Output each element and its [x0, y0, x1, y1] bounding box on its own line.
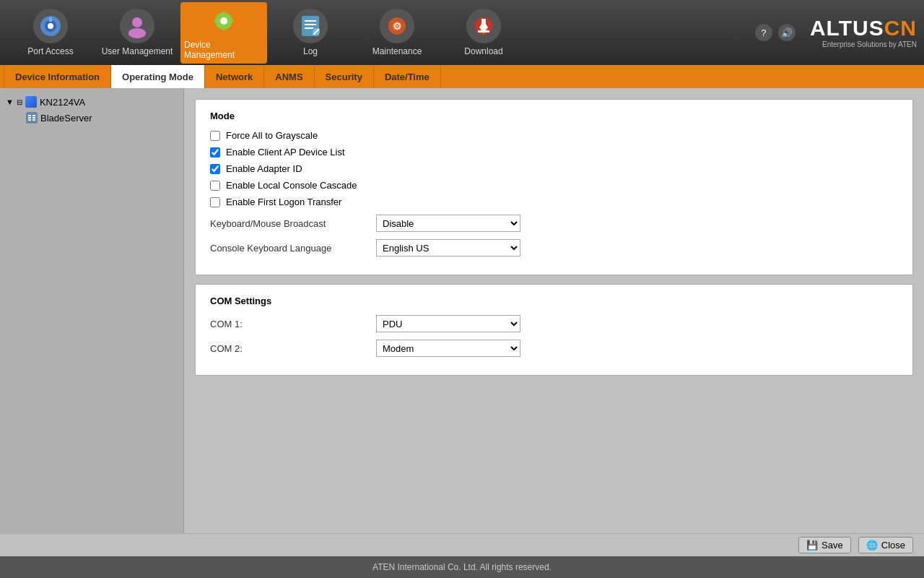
tree-item-bladeserver[interactable]: BladeServer	[0, 110, 183, 126]
com-panel: COM Settings COM 1: PDU Modem Console Ma…	[195, 284, 913, 376]
checkbox-row-first-logon: Enable First Logon Transfer	[210, 197, 898, 207]
console-keyboard-row: Console Keyboard Language English US Fre…	[210, 239, 898, 256]
checkbox-enable-adapter-id[interactable]	[210, 164, 220, 174]
svg-rect-13	[305, 20, 316, 22]
device-name: KN2124VA	[40, 97, 85, 108]
footer-text: ATEN International Co. Ltd. All rights r…	[372, 562, 552, 572]
checkbox-enable-client-ap[interactable]	[210, 147, 220, 158]
svg-point-5	[128, 28, 146, 38]
sidebar: ▼ ⊟ KN2124VA BladeServer	[0, 88, 184, 533]
brand-logo: ALTUSCN Enterprise Solutions by ATEN	[810, 17, 917, 48]
nav-device-management[interactable]: Device Management	[180, 2, 267, 64]
keyboard-mouse-label: Keyboard/Mouse Broadcast	[210, 218, 369, 229]
save-icon: 💾	[806, 540, 818, 551]
keyboard-mouse-select[interactable]: Disable Enable	[376, 215, 520, 232]
svg-rect-29	[28, 119, 31, 121]
com1-select[interactable]: PDU Modem Console Management None	[376, 315, 520, 332]
console-keyboard-label: Console Keyboard Language	[210, 243, 369, 254]
svg-rect-3	[49, 17, 52, 22]
svg-rect-10	[214, 20, 218, 22]
com-section-title: COM Settings	[210, 296, 898, 306]
svg-point-7	[220, 17, 227, 25]
label-enable-local-console: Enable Local Console Cascade	[226, 180, 357, 191]
label-enable-client-ap: Enable Client AP Device List	[226, 147, 345, 158]
nav-download-label: Download	[464, 46, 502, 56]
svg-rect-8	[223, 11, 225, 15]
nav-device-management-label: Device Management	[184, 40, 263, 60]
maintenance-icon: ⚙	[380, 9, 414, 43]
logo-area: ? 🔊 ALTUSCN Enterprise Solutions by ATEN	[755, 17, 917, 48]
device-icon	[25, 96, 37, 108]
main-content: ▼ ⊟ KN2124VA BladeServer	[0, 88, 924, 533]
tab-bar: Device Information Operating Mode Networ…	[0, 65, 924, 88]
nav-maintenance[interactable]: ⚙ Maintenance	[354, 2, 440, 64]
checkbox-force-grayscale[interactable]	[210, 131, 220, 141]
svg-rect-2	[48, 23, 53, 29]
nav-port-access[interactable]: Port Access	[7, 2, 94, 64]
tab-datetime[interactable]: Date/Time	[374, 65, 441, 88]
volume-icon[interactable]: 🔊	[778, 24, 796, 41]
label-enable-first-logon: Enable First Logon Transfer	[226, 197, 341, 207]
checkbox-row-grayscale: Force All to Grayscale	[210, 130, 898, 141]
footer: ATEN International Co. Ltd. All rights r…	[0, 556, 924, 578]
nav-maintenance-label: Maintenance	[372, 46, 422, 56]
blade-server-icon	[26, 112, 38, 124]
com2-select[interactable]: PDU Modem Console Management None	[376, 340, 520, 357]
svg-rect-32	[32, 119, 35, 121]
checkbox-enable-local-console[interactable]	[210, 181, 220, 191]
help-icon[interactable]: ?	[755, 24, 772, 41]
svg-point-4	[132, 17, 142, 27]
svg-rect-9	[223, 27, 225, 31]
svg-rect-27	[28, 115, 31, 116]
nav-download[interactable]: Download	[440, 2, 527, 64]
brand-subtitle: Enterprise Solutions by ATEN	[810, 40, 917, 48]
com2-label: COM 2:	[210, 343, 369, 354]
content-area: Mode Force All to Grayscale Enable Clien…	[184, 88, 924, 533]
com1-label: COM 1:	[210, 319, 369, 329]
nav-port-access-label: Port Access	[27, 46, 73, 56]
label-force-grayscale: Force All to Grayscale	[226, 130, 318, 141]
tab-security[interactable]: Security	[315, 65, 374, 88]
download-icon	[466, 9, 501, 43]
log-icon	[293, 9, 328, 43]
com2-row: COM 2: PDU Modem Console Management None	[210, 340, 898, 357]
label-enable-adapter-id: Enable Adapter ID	[226, 163, 302, 174]
keyboard-mouse-row: Keyboard/Mouse Broadcast Disable Enable	[210, 215, 898, 232]
checkbox-enable-first-logon[interactable]	[210, 197, 220, 207]
nav-user-management[interactable]: User Management	[94, 2, 180, 64]
mode-panel: Mode Force All to Grayscale Enable Clien…	[195, 99, 913, 275]
svg-rect-31	[32, 117, 35, 118]
com1-row: COM 1: PDU Modem Console Management None	[210, 315, 898, 332]
top-navigation: Port Access User Management Device Manag…	[0, 0, 924, 65]
port-access-icon	[33, 9, 68, 43]
svg-rect-28	[28, 117, 31, 118]
svg-rect-14	[305, 24, 316, 25]
tab-operating-mode[interactable]: Operating Mode	[111, 65, 205, 88]
bottom-bar: 💾 Save 🌐 Close	[0, 533, 924, 556]
close-label: Close	[881, 540, 905, 551]
checkbox-row-local-console: Enable Local Console Cascade	[210, 180, 898, 191]
tab-device-information[interactable]: Device Information	[4, 65, 111, 88]
svg-rect-11	[230, 20, 234, 22]
tab-network[interactable]: Network	[205, 65, 264, 88]
svg-text:⚙: ⚙	[393, 20, 402, 32]
console-keyboard-select[interactable]: English US French German Japanese Spanis…	[376, 239, 520, 256]
tree-toggle[interactable]: ▼	[6, 98, 14, 106]
checkbox-row-adapter-id: Enable Adapter ID	[210, 163, 898, 174]
save-button[interactable]: 💾 Save	[798, 537, 851, 553]
save-label: Save	[821, 540, 843, 551]
close-icon: 🌐	[866, 540, 878, 551]
user-management-icon	[120, 9, 154, 43]
tree-item-device[interactable]: ▼ ⊟ KN2124VA	[0, 94, 183, 110]
svg-rect-15	[305, 27, 313, 29]
bladeserver-name: BladeServer	[40, 113, 92, 124]
close-button[interactable]: 🌐 Close	[858, 537, 913, 553]
svg-rect-30	[32, 115, 35, 116]
tab-anms[interactable]: ANMS	[264, 65, 314, 88]
checkbox-row-client-ap: Enable Client AP Device List	[210, 147, 898, 158]
nav-log[interactable]: Log	[267, 2, 354, 64]
svg-rect-23	[481, 19, 486, 26]
nav-user-management-label: User Management	[102, 46, 173, 56]
device-management-icon	[206, 6, 241, 37]
nav-log-label: Log	[303, 46, 318, 56]
